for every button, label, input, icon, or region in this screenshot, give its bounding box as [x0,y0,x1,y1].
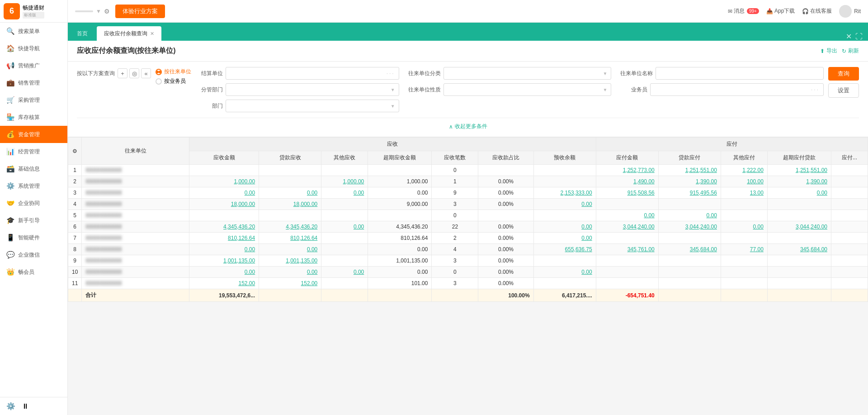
table-cell-link[interactable]: 1,000.00 [343,178,364,185]
sidebar-item-quick-nav[interactable]: 🏠 快捷导航 [0,40,67,57]
table-settings-icon[interactable]: ⚙ [72,148,77,154]
user-area[interactable]: Rit [839,5,861,18]
table-cell-link[interactable]: 18,000.00 [231,201,255,207]
table-cell-link[interactable]: 345,761.00 [627,246,655,253]
partner-nature-input[interactable]: ▼ [443,83,612,96]
gear-icon[interactable]: ⚙ [104,8,110,15]
table-cell-link[interactable]: 0.00 [245,269,255,275]
table-cell-link[interactable]: 3,044,240.00 [623,224,655,230]
table-cell-link[interactable]: 1,222.00 [742,167,764,173]
sidebar-item-guide[interactable]: 🎓 新手引导 [0,212,67,229]
table-cell-link[interactable]: 0.00 [354,190,364,196]
table-cell-link[interactable]: 0.00 [245,246,255,253]
table-cell-link[interactable]: 0.00 [581,224,592,230]
table-cell-link[interactable]: 1,000.00 [234,178,255,185]
tab-home[interactable]: 首页 [70,26,95,41]
table-cell: 100.00 [721,176,767,187]
table-cell-link[interactable]: 18,000.00 [293,201,317,207]
online-support-action[interactable]: 🎧 在线客服 [802,7,832,15]
add-scheme-btn[interactable]: + [118,68,127,78]
sidebar-item-system[interactable]: ⚙️ 系统管理 [0,177,67,195]
settlement-unit-input[interactable]: ··· [226,67,399,80]
table-cell-link[interactable]: 3,044,240.00 [685,224,717,230]
table-cell-link[interactable]: 0.00 [307,269,317,275]
table-cell-link[interactable]: 345,684.00 [800,246,827,253]
table-cell-link[interactable]: 655,636.75 [565,246,592,253]
table-cell-link[interactable]: 152.00 [301,280,318,286]
tab-ar-ap[interactable]: 应收应付余额查询 ✕ [97,26,161,41]
settings-btn[interactable]: 设置 [828,83,859,98]
sidebar-item-ops[interactable]: 📊 经营管理 [0,143,67,160]
table-cell: 2 [68,176,82,187]
sidebar-item-marketing[interactable]: 📢 营销推广 [0,57,67,74]
table-cell-link[interactable]: 4,345,436.20 [223,224,255,230]
table-cell-link[interactable]: 0.00 [581,269,592,275]
sidebar-item-sales[interactable]: 💼 销售管理 [0,74,67,91]
table-cell: 0.00 [321,267,368,278]
table-cell-link[interactable]: 0.00 [581,201,592,207]
query-btn[interactable]: 查询 [828,67,859,81]
table-cell-link[interactable]: 1,251,551.00 [796,167,827,173]
table-cell-link[interactable]: 77.00 [750,246,764,253]
scheme-radio-by-salesman[interactable]: 按业务员 [156,77,191,85]
table-cell-link[interactable]: 13.00 [750,190,764,196]
messages-action[interactable]: ✉ 消息 99+ [728,7,759,15]
sidebar-item-collab[interactable]: 🤝 企业协同 [0,195,67,212]
table-cell-link[interactable]: 0.00 [817,190,827,196]
app-download-action[interactable]: 📥 App下载 [766,7,795,15]
dept-manager-input[interactable]: ▼ [226,83,399,96]
table-cell-link[interactable]: 0.00 [706,212,717,219]
collapse-more-btn[interactable]: ∧ 收起更多条件 [77,120,859,133]
solution-btn[interactable]: 体验行业方案 [115,5,165,18]
sidebar-item-base[interactable]: 🗃️ 基础信息 [0,160,67,177]
table-cell-link[interactable]: 0.00 [245,190,255,196]
sidebar-item-inventory[interactable]: 🏪 库存核算 [0,109,67,126]
table-cell-link[interactable]: 810,126.64 [228,235,255,241]
table-cell-link[interactable]: 1,490.00 [633,178,655,185]
sidebar-item-finance[interactable]: 💰 资金管理 [0,126,67,143]
window-close-icon[interactable]: ✕ [846,32,852,41]
table-cell-link[interactable]: 1,001,135.00 [286,258,317,264]
export-icon: ⬆ [820,48,825,54]
table-cell-link[interactable]: 3,044,240.00 [796,224,827,230]
options-scheme-btn[interactable]: ◎ [129,68,139,78]
table-cell-link[interactable]: 1,001,135.00 [223,258,255,264]
scheme-radio-by-unit[interactable]: 按往来单位 [156,68,191,76]
table-cell-link[interactable]: 810,126.64 [290,235,317,241]
col-settings[interactable]: ⚙ [68,138,82,165]
table-cell-link[interactable]: 915,508.56 [627,190,655,196]
partner-category-input[interactable]: ▼ [443,67,612,80]
tab-close-icon[interactable]: ✕ [150,31,154,37]
sidebar-item-weixin[interactable]: 💬 企业微信 [0,246,67,263]
table-cell-link[interactable]: 0.00 [307,246,317,253]
table-cell-link[interactable]: 0.00 [307,190,317,196]
window-expand-icon[interactable]: ⛶ [855,33,863,41]
partner-name-input[interactable] [656,67,824,80]
table-cell-link[interactable]: 0.00 [753,224,764,230]
sidebar-item-hardware[interactable]: 📱 智能硬件 [0,229,67,246]
table-cell-link[interactable]: 1,252,773.00 [623,167,655,173]
collapse-scheme-btn[interactable]: « [141,68,151,78]
dept-input[interactable]: ▼ [226,100,399,112]
table-cell-link[interactable]: 915,495.56 [690,190,717,196]
sidebar-item-search-menu[interactable]: 🔍 搜索菜单 [0,23,67,40]
collapse-icon[interactable]: ⏸ [22,402,29,410]
refresh-btn[interactable]: ↻ 刷新 [842,47,859,55]
table-cell-link[interactable]: 4,345,436.20 [286,224,317,230]
sidebar-item-member[interactable]: 👑 畅会员 [0,263,67,281]
sidebar-item-purchase[interactable]: 🛒 采购管理 [0,91,67,109]
table-cell-link[interactable]: 1,390.00 [806,178,827,185]
table-cell-link[interactable]: 0.00 [354,224,364,230]
table-cell-link[interactable]: 0.00 [581,235,592,241]
table-cell-link[interactable]: 345,684.00 [690,246,717,253]
export-btn[interactable]: ⬆ 导出 [820,47,837,55]
table-cell-link[interactable]: 1,251,551.00 [685,167,717,173]
table-cell-link[interactable]: 0.00 [644,212,654,219]
table-cell-link[interactable]: 0.00 [354,269,364,275]
table-cell-link[interactable]: 1,390.00 [696,178,717,185]
table-cell-link[interactable]: 2,153,333.00 [561,190,592,196]
table-cell-link[interactable]: 152.00 [238,280,255,286]
settings-icon[interactable]: ⚙️ [6,402,15,410]
table-cell-link[interactable]: 100.00 [747,178,764,185]
salesman-input[interactable]: ··· [650,83,824,96]
